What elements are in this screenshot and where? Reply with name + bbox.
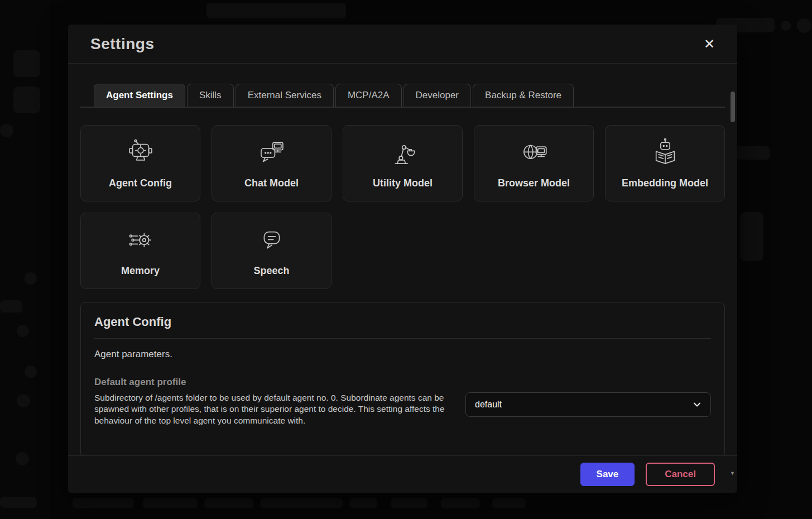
agent-profile-select[interactable]: default [465, 392, 711, 417]
agent-config-panel: Agent Config Agent parameters. Default a… [80, 302, 725, 455]
modal-header: Settings ✕ [68, 25, 737, 64]
card-utility-model[interactable]: Utility Model [343, 125, 463, 201]
modal-scrollbar[interactable] [730, 66, 736, 454]
card-label: Speech [253, 265, 289, 277]
robot-head-icon [124, 137, 157, 172]
modal-footer: Save Cancel [68, 455, 737, 493]
card-label: Embedding Model [622, 177, 708, 189]
panel-title: Agent Config [94, 315, 711, 329]
panel-divider [94, 338, 711, 339]
robot-arm-icon [387, 137, 419, 172]
card-label: Utility Model [373, 177, 433, 189]
tab-skills[interactable]: Skills [187, 84, 234, 107]
robot-book-icon [649, 137, 681, 172]
cancel-button[interactable]: Cancel [646, 463, 715, 486]
card-label: Memory [121, 265, 160, 277]
card-label: Agent Config [109, 177, 172, 189]
chip-gear-icon [124, 225, 157, 260]
card-embedding-model[interactable]: Embedding Model [605, 125, 725, 201]
scrollbar-thumb[interactable] [731, 92, 735, 122]
tab-developer[interactable]: Developer [403, 84, 472, 107]
tab-external-services[interactable]: External Services [236, 84, 334, 107]
field-default-agent-profile: Default agent profile Subdirectory of /a… [94, 377, 711, 426]
card-speech[interactable]: Speech [212, 213, 331, 289]
save-button[interactable]: Save [580, 463, 635, 486]
globe-screen-icon [518, 137, 550, 172]
modal-body: Agent Settings Skills External Services … [68, 64, 737, 455]
tab-agent-settings[interactable]: Agent Settings [94, 84, 185, 107]
chat-screen-icon [256, 137, 288, 172]
card-agent-config[interactable]: Agent Config [80, 125, 200, 201]
field-label: Default agent profile [94, 377, 711, 388]
card-memory[interactable]: Memory [80, 213, 200, 289]
panel-subtitle: Agent parameters. [94, 349, 711, 360]
field-description: Subdirectory of /agents folder to be use… [94, 392, 454, 426]
card-browser-model[interactable]: Browser Model [474, 125, 594, 201]
modal-title: Settings [90, 35, 154, 53]
tab-mcp-a2a[interactable]: MCP/A2A [335, 84, 402, 107]
card-label: Browser Model [498, 177, 570, 189]
card-label: Chat Model [244, 177, 299, 189]
settings-modal: Settings ✕ Agent Settings Skills Externa… [68, 25, 737, 493]
settings-section-cards: Agent Config Chat Model [80, 125, 725, 289]
close-icon[interactable]: ✕ [704, 37, 715, 51]
tab-backup-restore[interactable]: Backup & Restore [473, 84, 574, 107]
agent-profile-selected-value: default [475, 400, 502, 410]
speech-bubble-icon [256, 225, 288, 260]
settings-tabs: Agent Settings Skills External Services … [80, 84, 725, 108]
chevron-down-icon [693, 400, 702, 409]
card-chat-model[interactable]: Chat Model [212, 125, 331, 201]
